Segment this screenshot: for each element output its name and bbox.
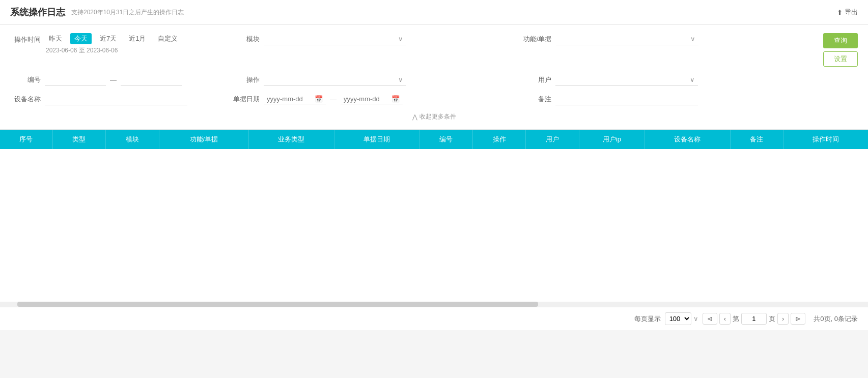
next-page-button[interactable]: › <box>777 313 789 325</box>
function-label: 功能/单据 <box>521 35 552 44</box>
remark-label: 备注 <box>521 95 551 104</box>
col-device: 设备名称 <box>645 130 730 149</box>
col-index: 序号 <box>0 130 52 149</box>
col-function: 功能/单据 <box>159 130 248 149</box>
date-start-wrap: 📅 <box>264 94 326 104</box>
operation-select-wrap: ∨ <box>264 74 406 86</box>
scrollbar-area[interactable] <box>0 302 868 307</box>
date-end-input[interactable] <box>344 95 389 103</box>
number-label: 编号 <box>10 75 41 84</box>
total-info: 共0页, 0条记录 <box>814 314 858 324</box>
number-start-input[interactable] <box>45 74 106 86</box>
first-page-button[interactable]: ⊲ <box>703 313 717 325</box>
page-header: 系统操作日志 支持2020年10月31日之后产生的操作日志 ⬆ 导出 <box>0 0 868 25</box>
user-select[interactable] <box>555 74 698 85</box>
date-end-wrap: 📅 <box>341 94 403 104</box>
scrollbar-thumb[interactable] <box>17 302 538 307</box>
time-btn-today[interactable]: 今天 <box>70 33 92 44</box>
col-number: 编号 <box>419 130 472 149</box>
date-separator: — <box>330 96 337 103</box>
page-subtitle: 支持2020年10月31日之后产生的操作日志 <box>71 8 184 17</box>
function-select-wrap: ∨ <box>556 33 698 45</box>
collapse-button[interactable]: ⋀ 收起更多条件 <box>412 112 456 121</box>
device-label: 设备名称 <box>10 95 41 104</box>
per-page-label: 每页显示 <box>634 314 661 324</box>
per-page-select[interactable]: 10 20 50 100 <box>665 312 691 325</box>
last-page-button[interactable]: ⊳ <box>791 313 805 325</box>
date-label: 单据日期 <box>229 95 260 104</box>
device-input[interactable] <box>45 93 187 105</box>
action-buttons: 查询 设置 <box>823 33 858 67</box>
page-unit: 页 <box>769 314 775 324</box>
col-user: 用户 <box>526 130 579 149</box>
function-select[interactable] <box>556 33 698 45</box>
collapse-row: ⋀ 收起更多条件 <box>10 112 858 121</box>
col-user-ip: 用户ip <box>579 130 645 149</box>
filter-row-1: 操作时间 昨天 今天 近7天 近1月 自定义 2023-06-06 至 2023… <box>10 33 858 67</box>
table-section: 序号 类型 模块 功能/单据 业务类型 单据日期 编号 操作 用户 用户ip 设… <box>0 130 868 302</box>
remark-input[interactable] <box>555 93 698 105</box>
footer-section: 每页显示 10 20 50 100 ∨ ⊲ ‹ 第 页 › ⊳ 共0页, 0条记… <box>0 307 868 330</box>
number-end-input[interactable] <box>121 74 182 86</box>
collapse-icon: ⋀ <box>412 113 417 121</box>
export-icon: ⬆ <box>837 9 843 16</box>
collapse-label: 收起更多条件 <box>419 112 456 121</box>
data-table: 序号 类型 模块 功能/单据 业务类型 单据日期 编号 操作 用户 用户ip 设… <box>0 130 868 149</box>
time-btn-7days[interactable]: 近7天 <box>96 33 121 44</box>
filter-row-2: 编号 — 操作 ∨ 用户 ∨ <box>10 74 858 86</box>
filter-row-3: 设备名称 单据日期 📅 — 📅 备注 <box>10 93 858 105</box>
query-button[interactable]: 查询 <box>823 33 858 48</box>
operation-label: 操作 <box>229 75 260 84</box>
module-label: 模块 <box>229 35 260 44</box>
table-header-row: 序号 类型 模块 功能/单据 业务类型 单据日期 编号 操作 用户 用户ip 设… <box>0 130 868 149</box>
calendar-end-icon[interactable]: 📅 <box>391 95 400 103</box>
time-filter-area: 昨天 今天 近7天 近1月 自定义 2023-06-06 至 2023-06-0… <box>45 33 182 55</box>
col-remark: 备注 <box>730 130 783 149</box>
page-title: 系统操作日志 <box>10 6 65 18</box>
per-page-dropdown-icon: ∨ <box>693 315 698 323</box>
col-type: 类型 <box>52 130 105 149</box>
module-select[interactable] <box>264 33 406 45</box>
empty-area <box>0 149 868 302</box>
prev-page-button[interactable]: ‹ <box>719 313 731 325</box>
time-filter-label: 操作时间 <box>10 35 41 44</box>
col-op-time: 操作时间 <box>783 130 868 149</box>
user-label: 用户 <box>521 75 551 84</box>
col-operation: 操作 <box>472 130 525 149</box>
operation-select[interactable] <box>264 74 406 85</box>
time-buttons: 昨天 今天 近7天 近1月 自定义 <box>45 33 182 44</box>
title-area: 系统操作日志 支持2020年10月31日之后产生的操作日志 <box>10 6 184 18</box>
table-header: 序号 类型 模块 功能/单据 业务类型 单据日期 编号 操作 用户 用户ip 设… <box>0 130 868 149</box>
time-btn-yesterday[interactable]: 昨天 <box>45 33 66 44</box>
page-number-input[interactable] <box>741 313 767 325</box>
export-label: 导出 <box>845 8 858 17</box>
page-word: 第 <box>733 314 739 324</box>
date-start-input[interactable] <box>267 95 313 103</box>
time-btn-1month[interactable]: 近1月 <box>125 33 150 44</box>
col-bill-date: 单据日期 <box>334 130 419 149</box>
time-range-display: 2023-06-06 至 2023-06-06 <box>46 46 182 55</box>
number-separator: — <box>110 76 117 84</box>
settings-button[interactable]: 设置 <box>823 51 858 67</box>
module-select-wrap: ∨ <box>264 33 406 45</box>
col-module: 模块 <box>106 130 159 149</box>
export-button[interactable]: ⬆ 导出 <box>837 8 858 17</box>
user-select-wrap: ∨ <box>555 74 698 86</box>
pagination-nav: ⊲ ‹ 第 页 › ⊳ <box>703 313 806 325</box>
calendar-start-icon[interactable]: 📅 <box>315 95 323 103</box>
filter-section: 操作时间 昨天 今天 近7天 近1月 自定义 2023-06-06 至 2023… <box>0 25 868 130</box>
col-business-type: 业务类型 <box>249 130 334 149</box>
time-btn-custom[interactable]: 自定义 <box>154 33 182 44</box>
